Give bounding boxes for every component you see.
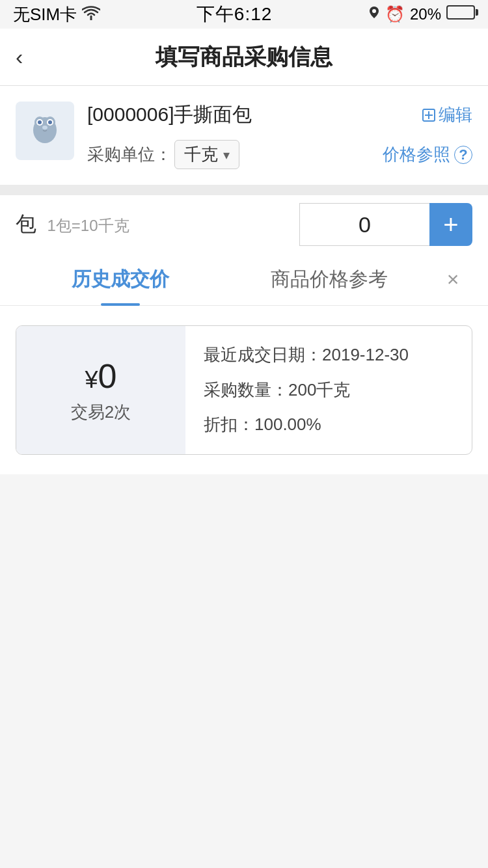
unit-dropdown-arrow-icon: ▾ bbox=[223, 147, 230, 163]
status-time: 下午6:12 bbox=[197, 2, 273, 27]
product-unit-row: 采购单位： 千克 ▾ 价格参照 ? bbox=[87, 140, 472, 169]
carrier-text: 无SIM卡 bbox=[13, 3, 77, 26]
alarm-icon: ⏰ bbox=[385, 5, 405, 23]
svg-point-7 bbox=[48, 120, 52, 124]
wifi-icon bbox=[82, 5, 100, 25]
price-card: ¥0 交易2次 最近成交日期：2019-12-30 采购数量：200千克 折扣：… bbox=[16, 325, 472, 455]
price-value: ¥0 bbox=[85, 357, 117, 396]
battery-icon bbox=[446, 5, 475, 23]
quantity-controls: 0 + bbox=[299, 203, 472, 246]
divider-bar bbox=[0, 185, 488, 195]
quantity-plus-button[interactable]: + bbox=[429, 203, 472, 246]
quantity-input[interactable]: 0 bbox=[299, 203, 429, 246]
price-card-right: 最近成交日期：2019-12-30 采购数量：200千克 折扣：100.00% bbox=[185, 326, 472, 454]
tab-close-button[interactable]: × bbox=[433, 260, 472, 299]
svg-point-0 bbox=[372, 9, 376, 13]
page-title: 填写商品采购信息 bbox=[156, 42, 332, 72]
main-content bbox=[0, 474, 488, 865]
price-ref-link[interactable]: 价格参照 ? bbox=[383, 143, 472, 166]
tab-price-ref[interactable]: 商品价格参考 bbox=[224, 254, 433, 306]
price-ref-help-icon: ? bbox=[454, 146, 472, 164]
unit-label: 采购单位： bbox=[87, 144, 172, 164]
quantity-unit-label: 包 bbox=[16, 212, 36, 236]
back-button[interactable]: ‹ bbox=[16, 44, 23, 70]
edit-link[interactable]: 编辑 bbox=[422, 103, 472, 126]
tab-history-price[interactable]: 历史成交价 bbox=[16, 254, 224, 306]
tabs-section: 历史成交价 商品价格参考 × ¥0 交易2次 最近成交日期：2019-12-30… bbox=[0, 254, 488, 865]
svg-point-8 bbox=[42, 126, 47, 129]
status-right: ⏰ 20% bbox=[368, 5, 475, 23]
price-currency: ¥ bbox=[85, 366, 98, 393]
quantity-row: 包 1包=10千克 0 + bbox=[0, 195, 488, 254]
price-card-left: ¥0 交易2次 bbox=[16, 326, 185, 454]
status-bar: 无SIM卡 下午6:12 ⏰ 20% bbox=[0, 0, 488, 29]
recent-date-value: 2019-12-30 bbox=[322, 345, 409, 364]
battery-text: 20% bbox=[410, 5, 441, 23]
quantity-sub-label: 1包=10千克 bbox=[47, 217, 129, 234]
product-thumbnail-icon bbox=[25, 108, 64, 154]
product-name-row: [0000006]手撕面包 编辑 bbox=[87, 102, 472, 128]
price-detail-discount: 折扣：100.00% bbox=[204, 411, 454, 439]
location-icon bbox=[368, 5, 380, 23]
tabs-header: 历史成交价 商品价格参考 × bbox=[0, 254, 488, 306]
product-top-row: [0000006]手撕面包 编辑 采购单位： 千克 ▾ bbox=[16, 102, 472, 169]
price-detail-qty: 采购数量：200千克 bbox=[204, 377, 454, 404]
product-image bbox=[16, 102, 74, 160]
plus-icon: + bbox=[443, 211, 458, 237]
discount-value: 100.00% bbox=[254, 414, 321, 434]
discount-label: 折扣： bbox=[204, 414, 254, 434]
quantity-label-group: 包 1包=10千克 bbox=[16, 210, 129, 239]
product-card: [0000006]手撕面包 编辑 采购单位： 千克 ▾ bbox=[0, 86, 488, 185]
price-ref-label: 价格参照 bbox=[383, 143, 450, 166]
recent-date-label: 最近成交日期： bbox=[204, 345, 322, 364]
nav-bar: ‹ 填写商品采购信息 bbox=[0, 29, 488, 86]
status-left: 无SIM卡 bbox=[13, 3, 100, 26]
price-detail-date: 最近成交日期：2019-12-30 bbox=[204, 342, 454, 369]
purchase-qty-label: 采购数量： bbox=[204, 380, 288, 400]
price-amount: 0 bbox=[98, 357, 117, 395]
product-name: [0000006]手撕面包 bbox=[87, 102, 252, 128]
unit-label-group: 采购单位： 千克 ▾ bbox=[87, 140, 239, 169]
price-trade-count: 交易2次 bbox=[71, 401, 131, 424]
unit-value: 千克 bbox=[184, 143, 218, 166]
product-info: [0000006]手撕面包 编辑 采购单位： 千克 ▾ bbox=[87, 102, 472, 169]
purchase-qty-value: 200千克 bbox=[288, 380, 350, 400]
unit-select[interactable]: 千克 ▾ bbox=[174, 140, 239, 169]
svg-point-6 bbox=[38, 120, 42, 124]
